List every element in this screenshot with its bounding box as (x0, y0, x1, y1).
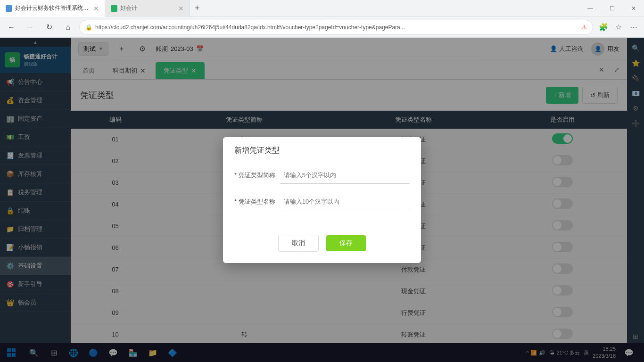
forward-button[interactable]: → (23, 20, 38, 35)
dialog-footer: 取消 保存 (223, 231, 421, 263)
name-input[interactable] (280, 193, 410, 210)
extensions-button[interactable]: 🧩 (597, 21, 610, 34)
dialog-title: 新增凭证类型 (234, 146, 280, 154)
security-badge: ⚠ (582, 24, 587, 31)
abbr-input[interactable] (280, 167, 410, 184)
form-row-name: * 凭证类型名称 (234, 193, 410, 210)
browser-tabs: 好会计云财务软件管理系统_会计 ✕ 好会计 ✕ + (0, 0, 569, 17)
minimize-button[interactable]: — (580, 0, 601, 17)
dialog-header: 新增凭证类型 (223, 137, 421, 156)
close-button[interactable]: ✕ (623, 0, 644, 17)
address-input-container[interactable]: 🔒 https://cloud2.chanjet.com/accounting/… (79, 20, 593, 35)
tab-title-2: 好会计 (120, 4, 137, 12)
dialog-body: * 凭证类型简称 * 凭证类型名称 (223, 156, 421, 231)
new-tab-button[interactable]: + (190, 0, 205, 17)
tab-favicon-2 (111, 5, 117, 12)
more-button[interactable]: ⋯ (627, 21, 640, 34)
form-row-abbr: * 凭证类型简称 (234, 167, 410, 184)
tab-title-1: 好会计云财务软件管理系统_会计 (15, 4, 91, 12)
favorites-button[interactable]: ☆ (612, 21, 625, 34)
address-text: https://cloud2.chanjet.com/accounting/uh… (95, 24, 579, 31)
dialog: 新增凭证类型 * 凭证类型简称 * 凭证类型名称 取消 保存 (223, 137, 421, 263)
tab-close-1[interactable]: ✕ (93, 5, 99, 12)
browser-actions: 🧩 ☆ ⋯ (597, 21, 640, 34)
tab-accounting[interactable]: 好会计云财务软件管理系统_会计 ✕ (0, 0, 105, 17)
refresh-button[interactable]: ↻ (41, 20, 57, 35)
tab-close-2[interactable]: ✕ (178, 5, 184, 12)
home-button[interactable]: ⌂ (60, 20, 75, 35)
maximize-button[interactable]: ☐ (602, 0, 622, 17)
address-bar: ← → ↻ ⌂ 🔒 https://cloud2.chanjet.com/acc… (0, 17, 644, 38)
browser-chrome: 好会计云财务软件管理系统_会计 ✕ 好会计 ✕ + — ☐ ✕ (0, 0, 644, 17)
dialog-overlay: 新增凭证类型 * 凭证类型简称 * 凭证类型名称 取消 保存 (0, 38, 644, 362)
back-button[interactable]: ← (4, 20, 19, 35)
cancel-button[interactable]: 取消 (278, 235, 319, 252)
lock-icon: 🔒 (85, 24, 92, 31)
window-controls: — ☐ ✕ (576, 0, 644, 17)
save-button[interactable]: 保存 (326, 235, 366, 251)
tab-haokuaiji[interactable]: 好会计 ✕ (105, 0, 190, 17)
abbr-label: * 凭证类型简称 (234, 171, 280, 180)
tab-favicon-1 (6, 5, 12, 12)
name-label: * 凭证类型名称 (234, 197, 280, 206)
